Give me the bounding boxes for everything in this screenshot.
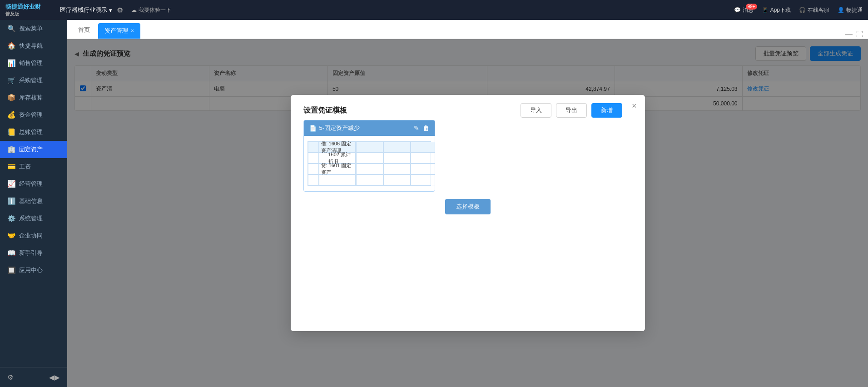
brand-sub: 普及版 xyxy=(5,11,51,17)
sidebar-item-basic-info[interactable]: ℹ️ 基础信息 xyxy=(0,193,67,210)
system-icon: ⚙️ xyxy=(7,214,15,223)
payroll-icon: 💳 xyxy=(7,163,15,171)
grid-header-type xyxy=(308,142,319,153)
grid-col5 xyxy=(383,142,411,153)
template-list: 📄 5-固定资产减少 ✎ 🗑 xyxy=(303,120,632,192)
template-name: 5-固定资产减少 xyxy=(319,124,360,132)
grid-row4-col6 xyxy=(411,174,435,185)
grid-row2-col1 xyxy=(308,153,319,164)
grid-row3-account: 贷: 1601 固定资产 xyxy=(319,164,355,174)
template-edit-btn[interactable]: ✎ xyxy=(414,124,419,132)
sidebar-item-label: 快捷导航 xyxy=(19,42,43,50)
app-center-icon: 🔲 xyxy=(7,266,15,274)
grid-row4-col4 xyxy=(356,174,383,185)
template-card-title: 📄 5-固定资产减少 xyxy=(309,124,360,132)
sidebar-item-fixed-assets[interactable]: 🏢 固定资产 xyxy=(0,141,67,158)
purchase-icon: 🛒 xyxy=(7,76,15,84)
sidebar-item-enterprise[interactable]: 🤝 企业协同 xyxy=(0,227,67,244)
user-label: 畅捷通 xyxy=(846,6,863,14)
ledger-icon: 📒 xyxy=(7,128,15,136)
template-card-header: 📄 5-固定资产减少 ✎ 🗑 xyxy=(304,120,435,136)
template-body: 借: 1606 固定资产清理 1602 累计折旧 xyxy=(304,136,435,191)
settings-bottom-icon[interactable]: ⚙ xyxy=(7,373,13,382)
basic-info-icon: ℹ️ xyxy=(7,197,15,205)
grid-row3-col4 xyxy=(356,164,383,174)
sidebar-item-app-center[interactable]: 🔲 应用中心 xyxy=(0,262,67,279)
content-area: 首页 资产管理 × — ⛶ ◀ 生成的凭证预览 xyxy=(67,20,868,387)
experience-btn[interactable]: ☁ 我要体验一下 xyxy=(131,6,171,14)
grid-row4-col2 xyxy=(319,174,355,185)
sidebar-scroll: 🔍 搜索菜单 🏠 快捷导航 📊 销售管理 🛒 采购管理 📦 库存核 xyxy=(0,20,67,367)
dropdown-icon: ▾ xyxy=(109,7,112,14)
app-download-label: App下载 xyxy=(770,6,791,14)
settings-icon-btn[interactable]: ⚙ xyxy=(117,6,123,15)
home-icon: 🏠 xyxy=(7,42,15,50)
experience-label: 我要体验一下 xyxy=(139,6,171,14)
sidebar-item-payroll[interactable]: 💳 工资 xyxy=(0,158,67,175)
import-btn[interactable]: 导入 xyxy=(521,103,551,118)
search-icon: 🔍 xyxy=(7,25,15,33)
sidebar-item-sales[interactable]: 📊 销售管理 xyxy=(0,55,67,72)
sidebar-item-label: 搜索菜单 xyxy=(19,25,43,33)
guide-icon: 📖 xyxy=(7,249,15,257)
sidebar-item-label: 采购管理 xyxy=(19,76,43,84)
maximize-btn[interactable]: ⛶ xyxy=(856,30,863,39)
minimize-btn[interactable]: — xyxy=(845,30,853,39)
sidebar-item-search[interactable]: 🔍 搜索菜单 xyxy=(0,20,67,37)
sidebar-item-label: 销售管理 xyxy=(19,59,43,67)
sales-icon: 📊 xyxy=(7,59,15,67)
app-download-btn[interactable]: 📱 App下载 xyxy=(762,6,791,14)
grid-col6 xyxy=(411,142,435,153)
operations-icon: 📈 xyxy=(7,180,15,188)
top-bar: 畅捷通好业财 普及版 医疗器械行业演示 ▾ ⚙ ☁ 我要体验一下 💬 消息 99… xyxy=(0,0,868,20)
tab-bar: 首页 资产管理 × — ⛶ xyxy=(67,20,868,39)
tab-asset-mgmt[interactable]: 资产管理 × xyxy=(98,23,140,39)
tab-asset-mgmt-label: 资产管理 xyxy=(104,27,128,35)
sidebar-item-ledger[interactable]: 📒 总账管理 xyxy=(0,124,67,141)
inventory-icon: 📦 xyxy=(7,94,15,102)
export-btn[interactable]: 导出 xyxy=(556,103,587,118)
brand-name: 畅捷通好业财 xyxy=(5,3,51,11)
sidebar-item-label: 库存核算 xyxy=(19,94,43,102)
enterprise-icon: 🤝 xyxy=(7,232,15,240)
grid-row2-col4 xyxy=(356,153,383,164)
tab-home[interactable]: 首页 xyxy=(72,22,96,39)
grid-row2-col5 xyxy=(383,153,411,164)
sidebar-item-label: 经营管理 xyxy=(19,180,43,188)
user-icon: 👤 xyxy=(838,7,844,13)
dialog-close-btn[interactable]: × xyxy=(632,101,637,111)
company-selector[interactable]: 医疗器械行业演示 ▾ xyxy=(60,6,112,14)
sidebar-item-purchase[interactable]: 🛒 采购管理 xyxy=(0,72,67,89)
select-template-btn[interactable]: 选择模板 xyxy=(445,199,491,214)
sidebar-item-label: 基础信息 xyxy=(19,197,43,205)
main-area: 🔍 搜索菜单 🏠 快捷导航 📊 销售管理 🛒 采购管理 📦 库存核 xyxy=(0,20,868,387)
service-icon: 🎧 xyxy=(799,7,806,13)
tab-close-icon[interactable]: × xyxy=(131,28,134,34)
sidebar-item-finance[interactable]: 💰 资金管理 xyxy=(0,106,67,124)
grid-row4-col5 xyxy=(383,174,411,185)
app-icon: 📱 xyxy=(762,7,769,13)
sidebar-item-operations[interactable]: 📈 经营管理 xyxy=(0,175,67,193)
sidebar-item-inventory[interactable]: 📦 库存核算 xyxy=(0,89,67,106)
sidebar-item-label: 工资 xyxy=(19,163,31,171)
sidebar-bottom: ⚙ ◀▶ xyxy=(0,367,67,387)
cloud-icon: ☁ xyxy=(131,7,137,13)
sidebar-item-label: 固定资产 xyxy=(19,145,43,154)
sidebar-item-label: 总账管理 xyxy=(19,128,43,136)
template-card-actions: ✎ 🗑 xyxy=(414,124,429,132)
sidebar-item-quicknav[interactable]: 🏠 快捷导航 xyxy=(0,37,67,55)
online-service-btn[interactable]: 🎧 在线客服 xyxy=(799,6,829,14)
template-doc-icon: 📄 xyxy=(309,125,317,132)
company-name: 医疗器械行业演示 xyxy=(60,6,107,14)
user-menu-btn[interactable]: 👤 畅捷通 xyxy=(838,6,863,14)
template-delete-btn[interactable]: 🗑 xyxy=(423,124,429,132)
dialog-overlay: 设置凭证模板 导入 导出 新增 × xyxy=(67,39,868,387)
sidebar-item-system[interactable]: ⚙️ 系统管理 xyxy=(0,210,67,227)
grid-row4-col1 xyxy=(308,174,319,185)
sidebar-item-guide[interactable]: 📖 新手引导 xyxy=(0,244,67,262)
collapse-icon[interactable]: ◀▶ xyxy=(49,373,60,382)
brand-logo: 畅捷通好业财 普及版 xyxy=(5,3,51,17)
new-btn[interactable]: 新增 xyxy=(591,103,622,118)
sidebar: 🔍 搜索菜单 🏠 快捷导航 📊 销售管理 🛒 采购管理 📦 库存核 xyxy=(0,20,67,387)
messages-btn[interactable]: 💬 消息 99+ xyxy=(734,6,754,14)
